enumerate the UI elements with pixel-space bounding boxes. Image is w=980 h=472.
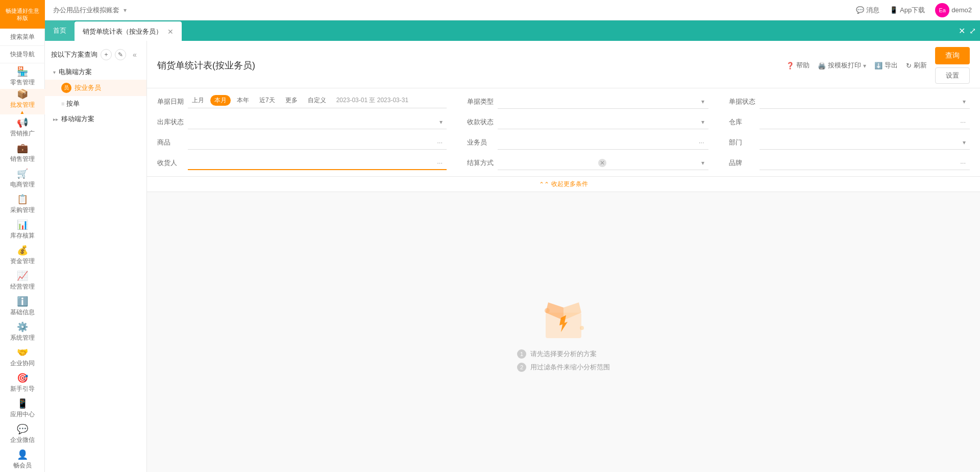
settlement-clear-btn[interactable]: ✕ — [598, 159, 606, 167]
message-btn[interactable]: 💬 消息 — [856, 6, 879, 15]
sidebar-item-enterprise[interactable]: 🤝 企业协同 — [0, 344, 45, 370]
out-status-select[interactable] — [188, 115, 447, 129]
date-this-year[interactable]: 本年 — [233, 95, 253, 106]
system-icon: ⚙️ — [17, 321, 28, 333]
tree-desktop-scheme[interactable]: ▾ 电脑端方案 — [45, 64, 146, 80]
salesperson-select[interactable]: ··· — [498, 135, 708, 150]
receiver-input[interactable]: ··· — [188, 156, 447, 170]
department-select[interactable] — [760, 135, 970, 150]
query-button[interactable]: 查询 — [935, 47, 970, 64]
edit-scheme-btn[interactable]: ✎ — [115, 49, 126, 60]
sidebar-item-member[interactable]: 👤 畅会员 — [0, 446, 45, 472]
svg-point-3 — [545, 308, 550, 313]
date-more[interactable]: 更多 — [281, 95, 302, 106]
app-download-btn[interactable]: 📱 App下载 — [890, 6, 925, 15]
sidebar-item-sales[interactable]: 💼 销售管理 — [0, 140, 45, 166]
tree-sub-scheme[interactable]: ≡ 按单 — [45, 96, 146, 111]
filter-receiver: 收货人 ··· — [157, 156, 447, 170]
retail-label: 零售管理 — [10, 78, 35, 87]
help-btn[interactable]: ❓ 帮助 — [786, 61, 810, 70]
export-label: 导出 — [885, 61, 898, 70]
out-status-label: 出库状态 — [157, 117, 188, 127]
doc-status-label: 单据状态 — [729, 97, 760, 106]
help-icon: ❓ — [786, 62, 794, 69]
content-area: 按以下方案查询 + ✎ « ▾ 电脑端方案 员 — [45, 41, 980, 472]
sidebar-search-label[interactable]: 搜索菜单 — [0, 29, 45, 46]
settlement-chevron — [701, 159, 704, 167]
payment-status-label: 收款状态 — [467, 117, 498, 127]
settings-button[interactable]: 设置 — [935, 67, 970, 84]
add-scheme-btn[interactable]: + — [101, 49, 112, 60]
purchase-label: 采购管理 — [10, 206, 35, 215]
department-label: 部门 — [729, 138, 760, 147]
sidebar-item-inventory[interactable]: 📊 库存核算 — [0, 217, 45, 242]
doc-status-select[interactable] — [760, 95, 970, 109]
app-logo[interactable]: 畅捷通好生意 标版 — [0, 0, 45, 29]
sidebar-item-operation[interactable]: 📈 经营管理 — [0, 268, 45, 293]
date-custom[interactable]: 自定义 — [304, 95, 330, 106]
logo-text: 畅捷通好生意 — [6, 7, 39, 14]
topbar-title: 办公用品行业模拟账套 — [53, 6, 119, 15]
tip-num-1: 1 — [517, 349, 526, 359]
tab-report-label: 销货单统计表（按业务员） — [83, 27, 162, 36]
tree-mobile-label: 移动端方案 — [61, 114, 94, 124]
tab-minimize-icon[interactable]: ✕ — [959, 26, 965, 36]
tree-mobile-scheme[interactable]: ▸ 移动端方案 — [45, 111, 146, 127]
tab-actions: ✕ ⤢ — [959, 26, 976, 36]
empty-illustration — [533, 292, 594, 343]
sidebar-nav-label[interactable]: 快捷导航 — [0, 46, 45, 63]
user-area[interactable]: Ea demo2 — [935, 3, 972, 17]
left-panel-header: 按以下方案查询 + ✎ « — [45, 45, 146, 64]
sidebar-item-retail[interactable]: 🏪 零售管理 — [0, 63, 45, 89]
date-this-month[interactable]: 本月 — [210, 95, 231, 106]
sidebar-item-wechat[interactable]: 💬 企业微信 — [0, 421, 45, 446]
refresh-btn[interactable]: ↻ 刷新 — [906, 61, 927, 70]
export-btn[interactable]: ⬇️ 导出 — [874, 61, 898, 70]
app-download-label: App下载 — [900, 6, 925, 15]
sidebar-item-apps[interactable]: 📱 应用中心 — [0, 395, 45, 421]
right-panel: 销货单统计表(按业务员) ❓ 帮助 🖨️ 按模板打印 ⬇️ 导出 — [147, 41, 980, 472]
collapse-panel-btn[interactable]: « — [129, 49, 140, 60]
date-7days[interactable]: 近7天 — [255, 95, 279, 106]
brand-select[interactable]: ··· — [760, 156, 970, 170]
topbar-dropdown-icon[interactable] — [124, 6, 127, 14]
tab-home[interactable]: 首页 — [45, 20, 75, 41]
warehouse-select[interactable]: ··· — [760, 115, 970, 129]
wholesale-label: 批发管理 — [10, 101, 35, 109]
sidebar-item-marketing[interactable]: 📢 营销推广 — [0, 114, 45, 140]
sidebar: 畅捷通好生意 标版 搜索菜单 快捷导航 🏪 零售管理 📦 批发管理 ▲ 📢 营销… — [0, 0, 45, 472]
print-dropdown-icon[interactable] — [863, 62, 866, 69]
operation-icon: 📈 — [17, 270, 28, 281]
print-btn[interactable]: 🖨️ 按模板打印 — [818, 61, 866, 70]
newuser-icon: 🎯 — [17, 372, 28, 384]
sub-scheme-icon: ≡ — [61, 101, 64, 107]
sidebar-item-wholesale[interactable]: 📦 批发管理 ▲ — [0, 89, 45, 114]
goods-select[interactable]: ··· — [188, 135, 447, 150]
doc-type-label: 单据类型 — [467, 97, 498, 106]
sidebar-item-newuser[interactable]: 🎯 新手引导 — [0, 370, 45, 395]
tab-maximize-icon[interactable]: ⤢ — [969, 26, 976, 36]
sub-scheme-label: 按单 — [66, 99, 80, 108]
sidebar-item-system[interactable]: ⚙️ 系统管理 — [0, 319, 45, 344]
sidebar-item-ecommerce[interactable]: 🛒 电商管理 — [0, 166, 45, 191]
settlement-select[interactable]: ✕ — [498, 156, 708, 170]
sidebar-item-basic[interactable]: ℹ️ 基础信息 — [0, 293, 45, 319]
sidebar-item-purchase[interactable]: 📋 采购管理 — [0, 191, 45, 217]
tab-close-icon[interactable]: ✕ — [167, 28, 174, 36]
tree-active-scheme[interactable]: 员 按业务员 — [45, 80, 146, 96]
payment-status-select[interactable] — [498, 115, 708, 129]
filter-doc-type: 单据类型 — [467, 95, 708, 109]
left-panel-title: 按以下方案查询 — [51, 50, 97, 59]
tree-arrow-down: ▾ — [53, 69, 56, 75]
collapse-arrow-icon: ⌃⌃ — [539, 181, 549, 188]
doc-type-select[interactable] — [498, 95, 708, 109]
sidebar-item-finance[interactable]: 💰 资金管理 — [0, 242, 45, 268]
tip-text-2: 用过滤条件来缩小分析范围 — [530, 363, 610, 372]
tab-report[interactable]: 销货单统计表（按业务员） ✕ — [75, 21, 182, 42]
collapse-filters-btn[interactable]: ⌃⌃ 收起更多条件 — [147, 177, 980, 192]
message-icon: 💬 — [856, 6, 864, 14]
user-label: demo2 — [951, 6, 972, 14]
date-last-month[interactable]: 上月 — [188, 95, 208, 106]
brand-dots: ··· — [960, 159, 966, 167]
collapse-label: 收起更多条件 — [551, 180, 588, 188]
